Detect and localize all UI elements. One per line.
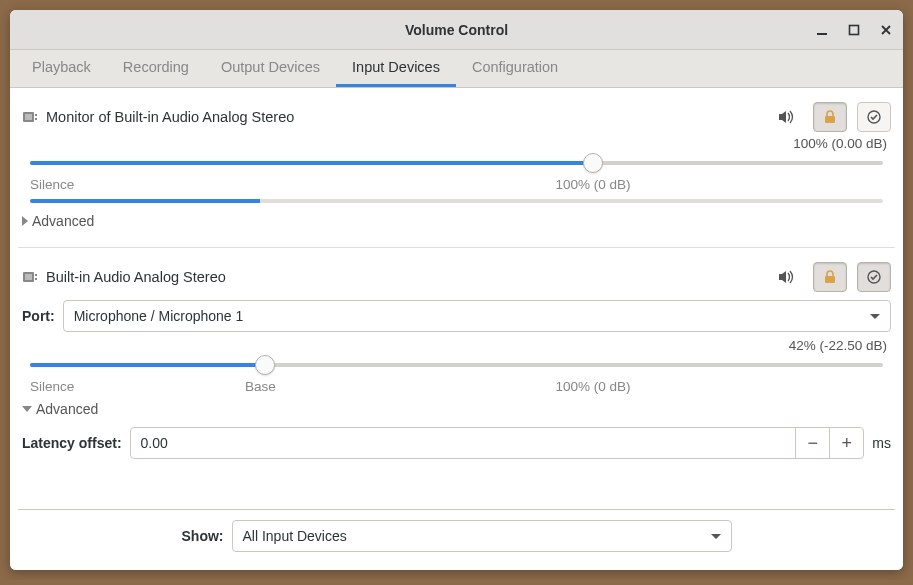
set-default-button[interactable] (857, 102, 891, 132)
slider-label-silence: Silence (30, 177, 74, 192)
slider-label-silence: Silence (30, 379, 74, 394)
chevron-down-icon (870, 314, 880, 319)
advanced-toggle[interactable]: Advanced (22, 397, 891, 421)
footer: Show: All Input Devices (18, 509, 895, 562)
svg-rect-0 (817, 33, 827, 35)
audio-card-icon (22, 269, 38, 285)
input-device: Built-in Audio Analog Stereo Port: Micro… (18, 247, 895, 473)
svg-rect-9 (35, 274, 37, 276)
device-name: Built-in Audio Analog Stereo (46, 269, 761, 285)
port-select[interactable]: Microphone / Microphone 1 (63, 300, 891, 332)
volume-slider[interactable]: Silence 100% (0 dB) (22, 153, 891, 195)
check-circle-icon (866, 269, 882, 285)
device-name: Monitor of Built-in Audio Analog Stereo (46, 109, 761, 125)
tab-configuration[interactable]: Configuration (456, 50, 574, 87)
show-selected: All Input Devices (243, 528, 711, 544)
svg-rect-11 (25, 274, 32, 280)
minimize-button[interactable] (813, 21, 831, 39)
lock-channels-button[interactable] (813, 262, 847, 292)
svg-rect-5 (25, 114, 32, 120)
svg-rect-12 (825, 276, 835, 283)
check-circle-icon (866, 109, 882, 125)
vu-meter (30, 199, 883, 203)
close-button[interactable] (877, 21, 895, 39)
titlebar: Volume Control (10, 10, 903, 50)
window-controls (813, 21, 895, 39)
advanced-label: Advanced (36, 401, 98, 417)
volume-slider[interactable]: Silence Base 100% (0 dB) (22, 355, 891, 397)
svg-rect-3 (35, 114, 37, 116)
latency-spinner: − + (130, 427, 865, 459)
speaker-icon (777, 268, 795, 286)
slider-label-100db: 100% (0 dB) (555, 177, 630, 192)
latency-label: Latency offset: (22, 435, 122, 451)
latency-input[interactable] (131, 428, 796, 458)
mute-button[interactable] (769, 262, 803, 292)
slider-label-base: Base (245, 379, 276, 394)
svg-rect-1 (850, 25, 859, 34)
chevron-down-icon (22, 406, 32, 412)
device-list: Monitor of Built-in Audio Analog Stereo … (10, 88, 903, 570)
input-device: Monitor of Built-in Audio Analog Stereo … (18, 102, 895, 247)
svg-rect-4 (35, 118, 37, 120)
show-label: Show: (182, 528, 224, 544)
latency-decrement[interactable]: − (795, 428, 829, 458)
latency-increment[interactable]: + (829, 428, 863, 458)
window-title: Volume Control (405, 22, 508, 38)
volume-readout: 42% (-22.50 dB) (22, 338, 891, 353)
volume-readout: 100% (0.00 dB) (22, 136, 891, 151)
advanced-label: Advanced (32, 213, 94, 229)
chevron-down-icon (711, 534, 721, 539)
latency-unit: ms (872, 435, 891, 451)
lock-icon (822, 109, 838, 125)
lock-channels-button[interactable] (813, 102, 847, 132)
tab-recording[interactable]: Recording (107, 50, 205, 87)
tabs: Playback Recording Output Devices Input … (10, 50, 903, 88)
port-label: Port: (22, 308, 55, 324)
audio-card-icon (22, 109, 38, 125)
slider-label-100db: 100% (0 dB) (555, 379, 630, 394)
svg-rect-10 (35, 278, 37, 280)
port-selected: Microphone / Microphone 1 (74, 308, 870, 324)
tab-output-devices[interactable]: Output Devices (205, 50, 336, 87)
tab-input-devices[interactable]: Input Devices (336, 50, 456, 87)
advanced-toggle[interactable]: Advanced (22, 209, 891, 233)
show-select[interactable]: All Input Devices (232, 520, 732, 552)
set-default-button[interactable] (857, 262, 891, 292)
speaker-icon (777, 108, 795, 126)
mute-button[interactable] (769, 102, 803, 132)
svg-rect-6 (825, 116, 835, 123)
tab-playback[interactable]: Playback (16, 50, 107, 87)
maximize-button[interactable] (845, 21, 863, 39)
volume-control-window: Volume Control Playback Recording Output… (10, 10, 903, 570)
lock-icon (822, 269, 838, 285)
chevron-right-icon (22, 216, 28, 226)
